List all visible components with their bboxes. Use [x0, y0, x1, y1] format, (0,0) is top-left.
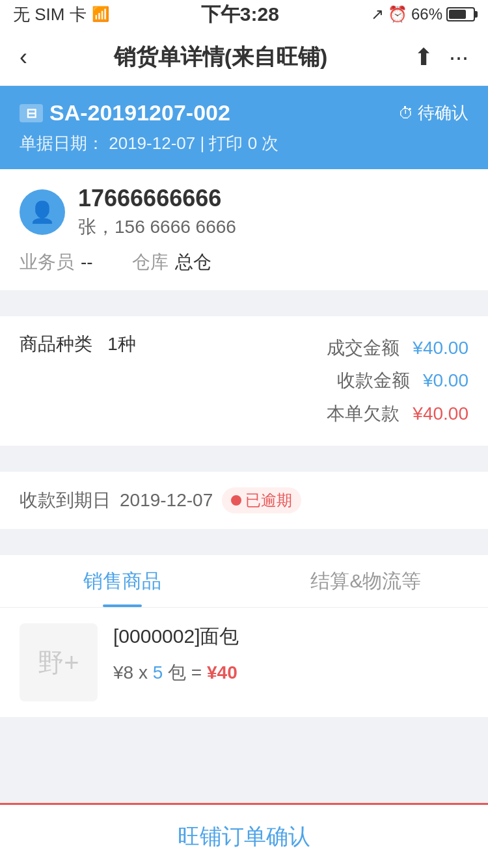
- product-logo: 野+: [38, 645, 79, 681]
- page-title: 销货单详情(来自旺铺): [114, 42, 328, 72]
- amount-value-1: ¥40.00: [413, 332, 468, 364]
- amounts-row: 商品种类 1种 成交金额 ¥40.00 收款金额 ¥0.00 本单欠款 ¥40.…: [20, 332, 468, 430]
- amounts-section: 商品种类 1种 成交金额 ¥40.00 收款金额 ¥0.00 本单欠款 ¥40.…: [0, 316, 488, 446]
- customer-top: 👤 17666666666 张，156 6666 6666: [20, 185, 468, 239]
- divider-3: [0, 542, 488, 555]
- multiply-sign: x: [139, 662, 153, 683]
- unit-price: ¥8: [113, 662, 133, 683]
- header-card: ⊟ SA-20191207-002 ⏱ 待确认 单据日期： 2019-12-07…: [0, 86, 488, 169]
- amounts-list: 成交金额 ¥40.00 收款金额 ¥0.00 本单欠款 ¥40.00: [327, 332, 468, 430]
- warehouse-value: 总仓: [175, 250, 211, 275]
- status-left: 无 SIM 卡 📶: [13, 3, 109, 26]
- warehouse-item: 仓库 总仓: [132, 250, 211, 275]
- order-icon-symbol: ⊟: [26, 105, 37, 121]
- print-label: | 打印 0 次: [200, 133, 278, 153]
- customer-details: 17666666666 张，156 6666 6666: [78, 185, 236, 239]
- amount-label-2: 收款金额: [337, 364, 410, 397]
- status-badge: ⏱ 待确认: [398, 102, 468, 124]
- overdue-badge: 已逾期: [222, 487, 301, 513]
- status-bar: 无 SIM 卡 📶 下午3:28 ↗ ⏰ 66%: [0, 0, 488, 29]
- amount-label-1: 成交金额: [327, 332, 400, 364]
- divider-1: [0, 303, 488, 316]
- due-section: 收款到期日 2019-12-07 已逾期: [0, 472, 488, 529]
- due-date-label: 收款到期日: [20, 488, 111, 513]
- tabs: 销售商品 结算&物流等: [0, 555, 488, 607]
- product-types-value: 1种: [107, 334, 136, 354]
- tabs-container: 销售商品 结算&物流等: [0, 555, 488, 608]
- order-date: 单据日期： 2019-12-07 | 打印 0 次: [20, 132, 468, 155]
- order-id: ⊟ SA-20191207-002: [20, 100, 230, 126]
- nav-bar: ‹ 销货单详情(来自旺铺) ⬆ ···: [0, 29, 488, 86]
- tab-settlement[interactable]: 结算&物流等: [244, 555, 488, 607]
- date-value: 2019-12-07: [109, 133, 195, 153]
- header-top: ⊟ SA-20191207-002 ⏱ 待确认: [20, 100, 468, 126]
- amount-item-2: 收款金额 ¥0.00: [327, 364, 468, 397]
- customer-phone: 17666666666: [78, 185, 236, 212]
- back-button[interactable]: ‹: [20, 44, 27, 71]
- amount-label-3: 本单欠款: [327, 398, 400, 430]
- customer-name: 张，156 6666 6666: [78, 215, 236, 239]
- product-info: [0000002]面包 ¥8 x 5 包 = ¥40: [113, 623, 468, 685]
- battery-icon: [446, 7, 475, 21]
- location-icon: ↗: [371, 5, 384, 23]
- overdue-dot: [231, 495, 241, 506]
- product-types: 商品种类 1种: [20, 332, 136, 357]
- due-date-value: 2019-12-07: [120, 490, 213, 511]
- customer-section: 👤 17666666666 张，156 6666 6666 业务员 -- 仓库 …: [0, 169, 488, 290]
- salesperson-item: 业务员 --: [20, 250, 93, 275]
- order-id-icon: ⊟: [20, 104, 43, 122]
- unit: 包: [168, 662, 186, 683]
- avatar-icon: 👤: [29, 200, 55, 224]
- divider-2: [0, 459, 488, 472]
- status-text: 待确认: [418, 102, 468, 124]
- share-icon[interactable]: ⬆: [414, 44, 433, 71]
- tab-settlement-label: 结算&物流等: [310, 568, 421, 595]
- amount-value-2: ¥0.00: [423, 364, 468, 397]
- nav-actions: ⬆ ···: [414, 44, 468, 71]
- amount-item-3: 本单欠款 ¥40.00: [327, 398, 468, 430]
- status-right: ↗ ⏰ 66%: [371, 5, 475, 23]
- total-price: ¥40: [207, 662, 237, 683]
- amount-value-3: ¥40.00: [413, 398, 468, 430]
- product-thumbnail: 野+: [20, 623, 98, 701]
- carrier-label: 无 SIM 卡: [13, 3, 87, 26]
- quantity: 5: [153, 662, 163, 683]
- amount-item-1: 成交金额 ¥40.00: [327, 332, 468, 364]
- more-icon[interactable]: ···: [449, 44, 468, 71]
- salesperson-label: 业务员: [20, 250, 74, 275]
- product-section: 野+ [0000002]面包 ¥8 x 5 包 = ¥40: [0, 608, 488, 717]
- confirm-order-button[interactable]: 旺铺订单确认: [178, 822, 310, 852]
- tab-sales[interactable]: 销售商品: [0, 555, 244, 607]
- footer: 旺铺订单确认: [0, 803, 488, 868]
- product-types-label: 商品种类: [20, 334, 92, 354]
- warehouse-label: 仓库: [132, 250, 169, 275]
- overdue-text: 已逾期: [245, 490, 292, 511]
- product-price: ¥8 x 5 包 = ¥40: [113, 660, 468, 685]
- date-label: 单据日期：: [20, 133, 104, 153]
- battery-label: 66%: [411, 5, 442, 23]
- product-name: [0000002]面包: [113, 623, 468, 650]
- tab-sales-label: 销售商品: [83, 568, 161, 595]
- alarm-icon: ⏰: [388, 5, 407, 23]
- time-label: 下午3:28: [201, 1, 279, 28]
- wifi-icon: 📶: [92, 6, 109, 23]
- salesperson-value: --: [81, 252, 93, 273]
- customer-meta: 业务员 -- 仓库 总仓: [20, 250, 468, 275]
- avatar: 👤: [20, 189, 65, 235]
- clock-icon: ⏱: [398, 104, 414, 122]
- equals-sign: =: [191, 662, 207, 683]
- order-id-text: SA-20191207-002: [49, 100, 230, 126]
